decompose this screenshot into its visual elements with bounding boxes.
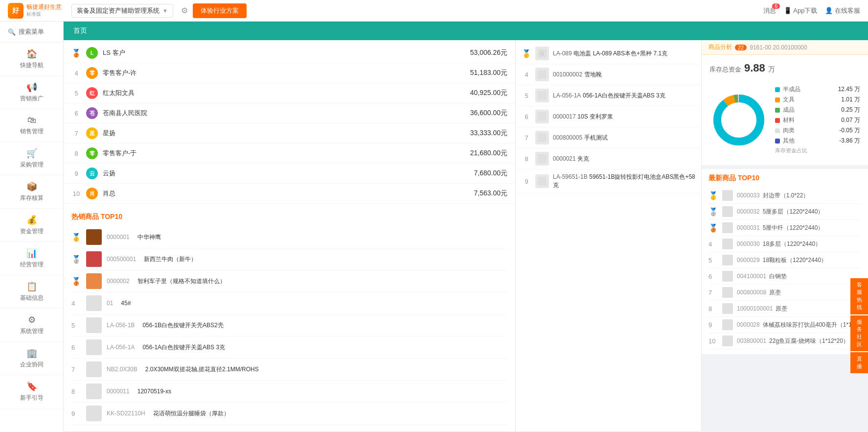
- product-code: 000500001: [107, 256, 136, 263]
- medal-icon: 🥇: [71, 233, 81, 242]
- donut-chart: [709, 91, 768, 149]
- svg-rect-5: [538, 133, 547, 142]
- list-item: 9 LA-59651-1B 59651-1B旋转投影灯电池盒ABS黑色+58克: [516, 169, 701, 193]
- sidebar-item-operation[interactable]: 📊 经营管理: [0, 242, 63, 275]
- product-info: LA-59651-1B 59651-1B旋转投影灯电池盒ABS黑色+58克: [553, 173, 695, 190]
- rank-badge: 红: [86, 87, 98, 99]
- sidebar-item-enterprise[interactable]: 🏢 企业协同: [0, 342, 63, 375]
- header-center: 装备及固定资产辅助管理系统 ▼ ⚙ 体验行业方案: [71, 3, 763, 18]
- legend-item: 肉类 -0.05 万: [775, 126, 860, 135]
- cs-livestream-button[interactable]: 直播: [850, 352, 868, 373]
- product-code: LA-056-1B: [107, 322, 135, 329]
- svg-rect-21: [723, 320, 732, 329]
- product-thumbnail: [722, 222, 733, 233]
- product-name: 12070519-xs: [137, 388, 171, 395]
- sidebar-item-system[interactable]: ⚙ 系统管理: [0, 309, 63, 342]
- product-code: 0000011: [107, 388, 130, 395]
- new-product-item: 4 000003018多层（1220*2440）: [708, 236, 861, 252]
- cs-hotline-button[interactable]: 客服热线: [850, 278, 868, 314]
- app-download-button[interactable]: 📱 App下载: [784, 6, 817, 15]
- product-thumbnail: [86, 229, 102, 245]
- home-icon: 🏠: [26, 48, 37, 59]
- logo-sub: 标准版: [26, 11, 62, 18]
- product-code: NB2.0X30B: [107, 366, 137, 373]
- product-info: LA-056-1A 056-1A白色按键开关盖ABS 3克: [553, 92, 695, 100]
- rank-badge: 星: [86, 127, 98, 139]
- svg-rect-7: [538, 177, 547, 186]
- svg-rect-22: [723, 336, 732, 345]
- legend-dot: [775, 87, 780, 92]
- product-code: 01: [107, 300, 113, 307]
- sidebar-item-purchase[interactable]: 🛒 采购管理: [0, 142, 63, 175]
- header-right: 消息 6 📱 App下载 👤 在线客服: [763, 6, 860, 15]
- sidebar-item-basic-info[interactable]: 📋 基础信息: [0, 275, 63, 309]
- sidebar-item-quick-nav[interactable]: 🏠 快捷导航: [0, 43, 63, 76]
- medal-icon: 🥉: [71, 277, 81, 286]
- product-thumbnail: [722, 255, 733, 265]
- new-product-item: 🥈 00000325厘多层（1220*2440）: [708, 204, 861, 220]
- sale-amount: 21,680.00元: [470, 149, 507, 158]
- product-thumbnail: [535, 131, 549, 144]
- product-name: 花语萌恒温分腿睡袋（厚款）: [153, 409, 229, 418]
- new-product-item: 🥉 00000315厘中纤（1220*2440）: [708, 220, 861, 236]
- list-item: 8 0000021 夹克: [516, 148, 701, 169]
- operation-icon: 📊: [26, 248, 37, 259]
- rank-badge: 零: [86, 67, 98, 79]
- legend-dot: [775, 97, 780, 102]
- search-menu-button[interactable]: 🔍 搜索菜单: [0, 22, 63, 43]
- product-thumbnail: [535, 174, 549, 188]
- sales-icon: 🛍: [27, 115, 36, 125]
- legend-item: 材料 0.07 万: [775, 116, 860, 124]
- medal-icon: 🥉: [708, 223, 718, 233]
- svg-point-9: [717, 98, 760, 142]
- chevron-down-icon: ▼: [162, 8, 168, 14]
- cs-community-button[interactable]: 服务社区: [850, 315, 868, 352]
- hot-item: 5 LA-056-1B 056-1B白色按键开关壳ABS2壳: [71, 314, 507, 336]
- chart-subtitle: 库存资金占比: [775, 147, 860, 154]
- sidebar-item-marketing[interactable]: 📢 营销推广: [0, 76, 63, 109]
- product-info: 0000017 10S 变利罗浆: [553, 113, 695, 121]
- hot-item: 🥇 0000001 中华神鹰: [71, 226, 507, 248]
- sale-amount: 7,680.00元: [474, 169, 508, 178]
- sidebar: 🔍 搜索菜单 🏠 快捷导航 📢 营销推广 🛍 销售管理 🛒 采购管理 📦 库存核…: [0, 22, 64, 432]
- customer-name: 星扬: [103, 129, 465, 138]
- customer-name: 云扬: [103, 169, 469, 178]
- sidebar-item-inventory[interactable]: 📦 库存核算: [0, 175, 63, 209]
- product-thumbnail: [86, 361, 102, 377]
- notification-badge: 6: [772, 3, 780, 9]
- sidebar-item-finance[interactable]: 💰 资金管理: [0, 209, 63, 242]
- product-name: 2.0X30MM双搓花轴,搓花直径2.1MM/ROHS: [145, 365, 259, 374]
- purchase-icon: 🛒: [26, 148, 37, 159]
- product-thumbnail: [722, 319, 733, 330]
- sale-amount: 40,925.00元: [470, 89, 507, 97]
- hot-item: 6 LA-056-1A 056-1A白色按键开关盖ABS 3克: [71, 336, 507, 359]
- product-thumbnail: [722, 190, 733, 201]
- new-products-section: 最新商品 TOP10 🥇 0000033封边带（1.0*22） 🥈 000003…: [702, 169, 868, 354]
- list-item: 4 001000002 雪地靴: [516, 64, 701, 85]
- product-thumbnail: G: [535, 47, 549, 60]
- new-product-item: 7 000800008原垄: [708, 285, 861, 301]
- svg-text:G: G: [540, 51, 544, 56]
- sidebar-item-sales[interactable]: 🛍 销售管理: [0, 109, 63, 142]
- new-products-title: 最新商品 TOP10: [708, 174, 861, 183]
- new-product-item: 6 004100001白钢垫: [708, 268, 861, 285]
- rank-badge: 云: [86, 168, 98, 179]
- product-thumbnail: [86, 295, 102, 311]
- info-value: 9161-00 20.00100000: [750, 44, 807, 51]
- product-code: 0000001: [107, 234, 130, 240]
- online-service-button[interactable]: 👤 在线客服: [825, 6, 860, 15]
- system-selector[interactable]: 装备及固定资产辅助管理系统 ▼: [71, 4, 173, 18]
- enterprise-icon: 🏢: [26, 348, 37, 359]
- sale-amount: 51,183.00元: [470, 69, 507, 77]
- new-product-item: 9 0000028体械荔枝味苏打饮品400毫升（1*15）: [708, 317, 861, 333]
- notification-button[interactable]: 消息 6: [763, 6, 776, 15]
- finance-icon: 💰: [26, 215, 37, 225]
- sidebar-item-beginner[interactable]: 🔖 新手引导: [0, 375, 63, 408]
- list-item: 7 星 星扬 33,333.00元: [64, 123, 515, 144]
- analysis-count: 22: [735, 45, 747, 50]
- medal-icon: 🥉: [71, 48, 81, 58]
- legend-dot: [775, 128, 780, 133]
- product-name: 新西兰牛肉（新牛）: [144, 255, 197, 264]
- experience-button[interactable]: 体验行业方案: [193, 3, 247, 18]
- gear-icon[interactable]: ⚙: [181, 6, 188, 15]
